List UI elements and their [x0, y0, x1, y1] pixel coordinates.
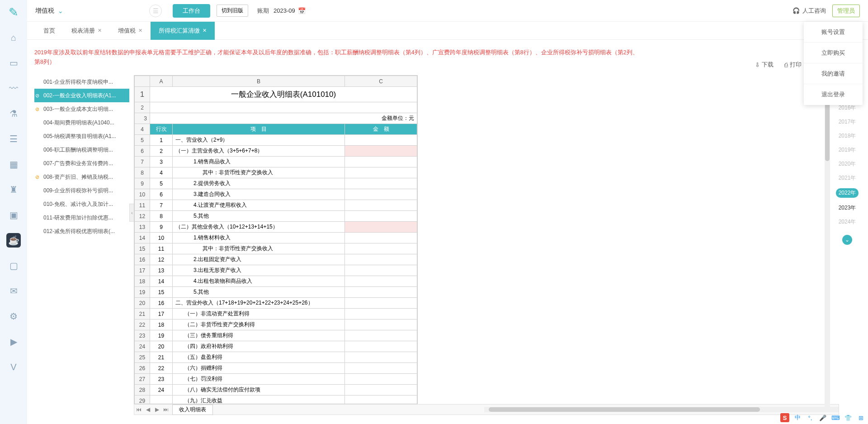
form-item-10[interactable]: 011-研发费用加计扣除优惠... — [34, 211, 129, 224]
row-amount[interactable] — [345, 319, 417, 330]
form-item-7[interactable]: ⊘008-资产折旧、摊销及纳税... — [34, 170, 129, 184]
row-num[interactable]: 1 — [150, 135, 173, 146]
form-item-5[interactable]: 006-职工薪酬纳税调整明细... — [34, 143, 129, 157]
row-item[interactable]: 1.销售材料收入 — [173, 233, 345, 243]
row-item[interactable]: 其中：非货币性资产交换收入 — [173, 167, 345, 178]
nav-shirt-icon[interactable]: ♜ — [6, 182, 21, 197]
year-scroll-down-icon[interactable]: ⌄ — [842, 235, 852, 245]
nav-video-icon[interactable]: ▶ — [6, 334, 21, 349]
row-num[interactable]: 2 — [150, 146, 173, 157]
ime-lang-icon[interactable]: 中 — [793, 413, 802, 422]
form-item-0[interactable]: 001-企业所得税年度纳税申... — [34, 75, 129, 89]
row-amount[interactable] — [345, 222, 417, 233]
row-amount[interactable] — [345, 363, 417, 374]
year-2023年[interactable]: 2023年 — [839, 204, 856, 212]
row-amount[interactable] — [345, 276, 417, 287]
row-num[interactable]: 10 — [150, 233, 173, 243]
row-num[interactable]: 12 — [150, 254, 173, 265]
row-amount[interactable] — [345, 254, 417, 265]
row-amount[interactable] — [345, 167, 417, 178]
row-item[interactable]: 2.提供劳务收入 — [173, 178, 345, 189]
year-2021年[interactable]: 2021年 — [839, 174, 856, 182]
row-num[interactable]: 14 — [150, 276, 173, 287]
row-item[interactable]: （六）捐赠利得 — [173, 363, 345, 374]
row-item[interactable]: 一、营业收入（2+9） — [173, 135, 345, 146]
row-num[interactable]: 6 — [150, 189, 173, 200]
hscroll-thumb[interactable] — [489, 407, 760, 412]
sheet-nav-next-icon[interactable]: ▶ — [152, 406, 161, 413]
row-amount[interactable] — [345, 135, 417, 146]
row-amount[interactable] — [345, 178, 417, 189]
year-2020年[interactable]: 2020年 — [839, 160, 856, 168]
row-item[interactable]: 5.其他 — [173, 287, 345, 298]
row-amount[interactable] — [345, 265, 417, 276]
dropdown-item-1[interactable]: 立即购买 — [804, 43, 863, 63]
nav-calc-icon[interactable]: ▦ — [6, 157, 21, 172]
nav-inbox-icon[interactable]: ✉ — [6, 284, 21, 298]
form-item-1[interactable]: ⊘002-一般企业收入明细表(A1... — [34, 89, 129, 102]
form-item-11[interactable]: 012-减免所得税优惠明细表(... — [34, 224, 129, 238]
year-2024年[interactable]: 2024年 — [839, 218, 856, 226]
form-item-3[interactable]: 004-期间费用明细表(A1040... — [34, 116, 129, 129]
row-item[interactable]: 二、营业外收入（17+18+19+20+21+22+23+24+25+26） — [173, 298, 345, 309]
calendar-icon[interactable]: 📅 — [298, 7, 306, 14]
sheet-tab[interactable]: 收入明细表 — [172, 405, 213, 415]
sheet-nav-prev-icon[interactable]: ◀ — [143, 406, 152, 413]
row-amount[interactable] — [345, 395, 417, 405]
org-chevron-icon[interactable]: ⌄ — [58, 7, 63, 14]
dropdown-item-3[interactable]: 退出登录 — [804, 84, 863, 105]
row-num[interactable]: 4 — [150, 167, 173, 178]
row-num[interactable]: 13 — [150, 265, 173, 276]
row-amount[interactable] — [345, 200, 417, 211]
nav-bag-icon[interactable]: ⚗ — [6, 106, 21, 121]
old-version-button[interactable]: 切到旧版 — [217, 5, 248, 17]
row-amount[interactable] — [345, 352, 417, 363]
row-amount[interactable] — [345, 298, 417, 309]
row-amount[interactable] — [345, 211, 417, 222]
period-value[interactable]: 2023-09 — [274, 7, 295, 14]
download-button[interactable]: ⇩下载 — [755, 61, 774, 69]
ime-toolbox-icon[interactable]: ⊞ — [856, 413, 865, 422]
horizontal-scrollbar[interactable] — [484, 407, 839, 412]
form-item-8[interactable]: 009-企业所得税弥补亏损明... — [34, 184, 129, 197]
row-item[interactable]: （八）确实无法偿付的应付款项 — [173, 385, 345, 395]
nav-settings-icon[interactable]: ⚙ — [6, 309, 21, 324]
row-num[interactable]: 11 — [150, 243, 173, 254]
row-item[interactable]: （三）债务重组利得 — [173, 330, 345, 341]
dropdown-item-2[interactable]: 我的邀请 — [804, 63, 863, 84]
row-num[interactable]: 5 — [150, 178, 173, 189]
nav-tax-icon[interactable]: ☕ — [6, 233, 21, 248]
ime-mic-icon[interactable]: 🎤 — [818, 413, 827, 422]
nav-chart-icon[interactable]: 〰 — [6, 81, 21, 95]
row-num[interactable]: 21 — [150, 352, 173, 363]
year-2016年[interactable]: 2016年 — [839, 104, 856, 112]
nav-doc-icon[interactable]: ▭ — [6, 56, 21, 70]
row-num[interactable]: 20 — [150, 341, 173, 352]
row-item[interactable]: 5.其他 — [173, 211, 345, 222]
tab-close-icon[interactable]: ✕ — [203, 28, 207, 33]
row-item[interactable]: （九）汇兑收益 — [173, 395, 345, 405]
row-item[interactable]: （二）其他业务收入（10+12+13+14+15） — [173, 222, 345, 233]
row-amount[interactable] — [345, 233, 417, 243]
tab-0[interactable]: 首页 — [35, 22, 63, 40]
row-amount[interactable] — [345, 157, 417, 167]
ime-punct-icon[interactable]: °, — [806, 413, 815, 422]
dropdown-item-0[interactable]: 账号设置 — [804, 22, 863, 43]
ime-keyboard-icon[interactable]: ⌨ — [831, 413, 840, 422]
row-amount[interactable] — [345, 287, 417, 298]
nav-v-icon[interactable]: V — [6, 360, 21, 374]
year-2017年[interactable]: 2017年 — [839, 118, 856, 126]
row-amount[interactable] — [345, 374, 417, 385]
row-num[interactable]: 15 — [150, 287, 173, 298]
row-amount[interactable] — [345, 243, 417, 254]
year-2022年[interactable]: 2022年 — [836, 188, 859, 198]
row-num[interactable]: 7 — [150, 200, 173, 211]
consult-link[interactable]: 🎧 人工咨询 — [793, 7, 826, 15]
org-name[interactable]: 增值税 — [35, 7, 54, 15]
tab-3[interactable]: 所得税汇算清缴✕ — [151, 22, 215, 40]
row-num[interactable]: 24 — [150, 385, 173, 395]
nav-grid-icon[interactable]: ▣ — [6, 208, 21, 222]
row-item[interactable]: （四）政府补助利得 — [173, 341, 345, 352]
nav-home-icon[interactable]: ⌂ — [6, 30, 21, 45]
circle-button[interactable]: ☰ — [149, 5, 162, 17]
